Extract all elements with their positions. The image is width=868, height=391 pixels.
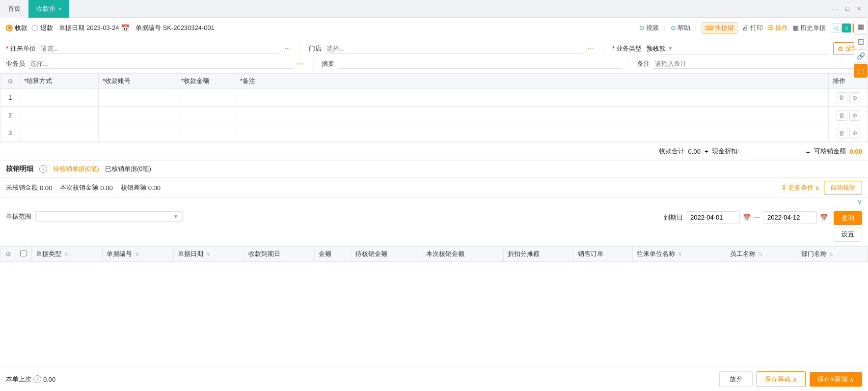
- tab-active[interactable]: 收款单 ×: [28, 0, 69, 18]
- shop-more-btn[interactable]: ···: [585, 44, 596, 53]
- radio-refund-circle: [31, 25, 38, 31]
- select-all-checkbox[interactable]: [20, 250, 27, 256]
- calendar-start-icon[interactable]: 📅: [743, 214, 751, 221]
- counterpart-more-btn[interactable]: ···: [282, 44, 293, 53]
- verif-info-icon[interactable]: i: [39, 165, 47, 173]
- row-delete-btn-2[interactable]: 🗑: [837, 110, 847, 121]
- pending-tab[interactable]: 待核销单据(0笔): [53, 165, 99, 173]
- diff-stat: 核销差额 0.00: [121, 183, 161, 192]
- close-button[interactable]: ×: [854, 4, 864, 14]
- radio-refund[interactable]: 退款: [31, 24, 53, 32]
- sidebar-expand-icon[interactable]: ⬚: [854, 64, 868, 78]
- history-btn[interactable]: ▦ 历史单据: [793, 24, 826, 32]
- calendar-end-icon[interactable]: 📅: [820, 214, 828, 221]
- date-end-input[interactable]: [763, 211, 817, 223]
- maximize-button[interactable]: □: [842, 4, 852, 14]
- bottom-col-date: 单据日期 ⇅: [173, 247, 244, 262]
- remark-input[interactable]: [653, 59, 862, 69]
- row-account-3[interactable]: [99, 124, 177, 142]
- bottom-col-no: 单据编号 ⇅: [103, 247, 173, 262]
- range-select[interactable]: ▼: [35, 211, 183, 222]
- summary-row: 收款合计 0.00 + 现金折扣: = 可核销金额 0.00: [0, 142, 868, 161]
- row-delete-btn-1[interactable]: 🗑: [837, 92, 847, 103]
- range-label: 单据范围: [6, 212, 31, 221]
- business-type-select[interactable]: 预收款 ▼: [645, 43, 827, 55]
- counterpart-input[interactable]: [39, 44, 279, 54]
- form-row-2: 业务员 ··· 摘要 备注: [6, 59, 862, 69]
- row-account-2[interactable]: [99, 107, 177, 124]
- row-amount-2[interactable]: [177, 107, 236, 124]
- row-remark-3[interactable]: [236, 124, 829, 142]
- row-amount-1[interactable]: [177, 89, 236, 107]
- date-start-input[interactable]: [686, 211, 740, 223]
- row-account-1[interactable]: [99, 89, 177, 107]
- row-settle-1[interactable]: [20, 89, 99, 107]
- abandon-button[interactable]: 放弃: [719, 371, 753, 387]
- info-icon-footer[interactable]: i: [33, 375, 41, 383]
- radio-receive[interactable]: 收款: [6, 24, 27, 32]
- plus-sign: +: [705, 148, 708, 155]
- nav-prev-btn[interactable]: ◁: [831, 23, 841, 33]
- row-copy-btn-3[interactable]: ⊕: [849, 128, 860, 139]
- last-order-label: 本单上次: [6, 375, 31, 384]
- discount-label: 现金折扣:: [712, 147, 739, 156]
- summary-input[interactable]: [337, 59, 621, 69]
- save-draft-chevron: ∧: [792, 376, 797, 383]
- filter-settings-button[interactable]: 设置: [834, 227, 862, 242]
- verif-title: 核销明细: [6, 165, 33, 173]
- row-settle-2[interactable]: [20, 107, 99, 124]
- bottom-col-dept: 部门名称 ⇅: [797, 247, 868, 262]
- print-btn[interactable]: 🖨 打印: [742, 24, 763, 32]
- salesperson-field: 业务员 ···: [6, 59, 305, 69]
- tab-home-label: 首页: [8, 4, 21, 13]
- tab-close-icon[interactable]: ×: [58, 6, 61, 12]
- operation-btn[interactable]: ☰ 操作: [768, 24, 788, 32]
- nav-list-btn[interactable]: ≡: [841, 23, 851, 33]
- row-action-2: 🗑 ⊕: [829, 107, 868, 124]
- shop-input[interactable]: [325, 44, 582, 54]
- collapse-icon[interactable]: ∨: [857, 198, 862, 205]
- more-conditions-btn[interactable]: ⊽ 更多条件 ∧: [782, 183, 820, 192]
- row-copy-btn-2[interactable]: ⊕: [849, 110, 860, 121]
- save-new-button[interactable]: 保存&新增 ∧: [810, 372, 862, 387]
- shop-label: 门店: [309, 44, 322, 53]
- salesperson-input[interactable]: [28, 59, 292, 69]
- more-conditions-label: 更多条件: [788, 183, 814, 192]
- window-controls: — □ ×: [831, 4, 868, 14]
- tab-home[interactable]: 首页: [0, 0, 28, 18]
- row-settle-3[interactable]: [20, 124, 99, 142]
- sidebar-table-icon[interactable]: ▦: [854, 20, 868, 33]
- row-remark-2[interactable]: [236, 107, 829, 124]
- current-verif-label: 本次核销金额: [60, 183, 98, 192]
- sidebar-link-icon[interactable]: 🔗: [854, 49, 868, 63]
- print-label: 打印: [750, 24, 763, 32]
- row-delete-btn-3[interactable]: 🗑: [837, 128, 847, 139]
- query-button[interactable]: 查询: [834, 211, 862, 225]
- radio-receive-circle: [6, 25, 13, 31]
- row-copy-btn-1[interactable]: ⊕: [849, 92, 860, 103]
- done-tab[interactable]: 已核销单据(0笔): [105, 165, 151, 173]
- payment-type-radio: 收款 退款: [6, 24, 53, 32]
- divider-1: [300, 44, 301, 54]
- video-btn[interactable]: ⊙ 视频: [639, 24, 659, 32]
- save-draft-button[interactable]: 保存草稿 ∧: [757, 371, 806, 387]
- row-remark-1[interactable]: [236, 89, 829, 107]
- auto-verif-button[interactable]: 自动核销: [824, 181, 862, 195]
- gear-icon: ⚙: [838, 45, 843, 53]
- salesperson-more-btn[interactable]: ···: [295, 59, 305, 68]
- divider-2: [604, 44, 604, 54]
- remark-field: 备注: [637, 59, 862, 69]
- bottom-col-gear: ⚙: [0, 247, 16, 262]
- calendar-icon[interactable]: 📅: [121, 24, 130, 32]
- bottom-col-sales-order: 销售订单: [573, 247, 633, 262]
- help-btn[interactable]: ⊙ 帮助: [671, 24, 690, 32]
- sidebar-doc-icon[interactable]: ◫: [854, 34, 868, 48]
- doc-no-value: SK-20230324-001: [163, 24, 215, 31]
- discount-input[interactable]: [743, 146, 802, 156]
- minimize-button[interactable]: —: [831, 4, 841, 14]
- form-section: * 往来单位 ··· 门店 ··· * 业务类型 预: [0, 38, 868, 73]
- shortcut-btn[interactable]: ⌨ 快捷键: [702, 22, 737, 34]
- row-amount-3[interactable]: [177, 124, 236, 142]
- bottom-col-due-date: 收款到期日: [244, 247, 315, 262]
- table-row: 2 🗑 ⊕: [0, 107, 868, 124]
